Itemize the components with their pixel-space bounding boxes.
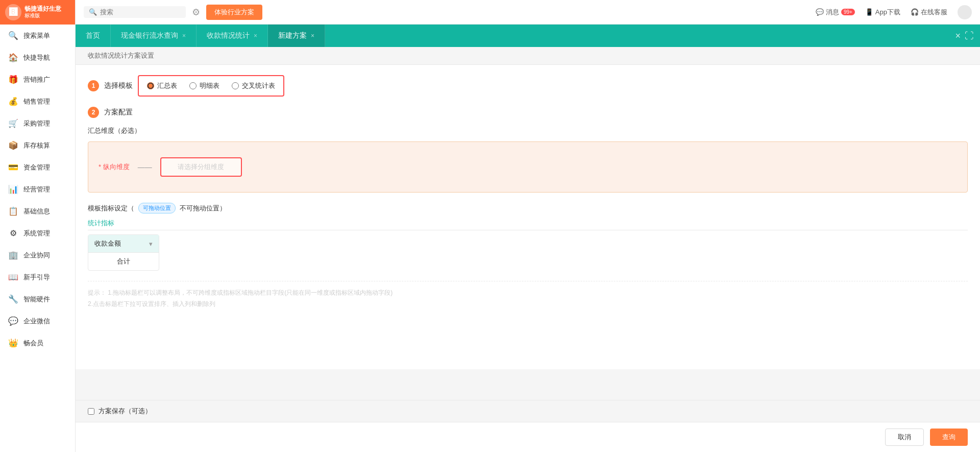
page-body: 1 选择模板 汇总表 明细表 交叉统计表 [76, 65, 980, 369]
sidebar-logo: 🅱 畅捷通好生意 标准版 [0, 0, 75, 25]
save-checkbox[interactable] [88, 408, 94, 415]
online-support-btn[interactable]: 🎧 在线客服 [911, 8, 947, 17]
maximize-icon[interactable]: ⛶ [965, 31, 974, 41]
sidebar-item-system[interactable]: ⚙ 系统管理 [0, 222, 75, 244]
logo-icon: 🅱 [5, 4, 21, 20]
search-input[interactable] [100, 8, 172, 16]
notifications-badge: 99+ [841, 9, 855, 15]
sidebar-item-sales[interactable]: 💰 销售管理 [0, 90, 75, 112]
tabs-bar: 首页 现金银行流水查询 × 收款情况统计 × 新建方案 × × ⛶ [76, 25, 980, 47]
tab-home[interactable]: 首页 [76, 25, 111, 47]
tab-bank-flow-label: 现金银行流水查询 [121, 31, 178, 40]
sidebar-item-label: 快捷导航 [23, 53, 50, 62]
sidebar-item-label: 畅会员 [23, 339, 43, 348]
save-checkbox-label[interactable]: 方案保存（可选） [99, 407, 152, 416]
draggable-badge: 可拖动位置 [138, 203, 176, 213]
logo-text-block: 畅捷通好生意 标准版 [24, 5, 61, 19]
sidebar-item-search-menu[interactable]: 🔍 搜索菜单 [0, 25, 75, 46]
money-icon: 💰 [8, 97, 18, 106]
tab-home-label: 首页 [86, 31, 100, 40]
app-download-btn[interactable]: 📱 App下载 [865, 8, 900, 17]
sidebar-item-label: 基础信息 [23, 207, 50, 216]
radio-cross[interactable] [232, 82, 239, 89]
doc-icon: 📋 [8, 206, 18, 216]
metrics-dropdown-icon[interactable]: ▾ [149, 240, 153, 248]
sidebar-nav: 🔍 搜索菜单 🏠 快捷导航 🎁 营销推广 💰 销售管理 🛒 采购管理 📦 库存核… [0, 25, 75, 452]
template-option-cross[interactable]: 交叉统计表 [232, 81, 275, 90]
cancel-button[interactable]: 取消 [885, 429, 924, 446]
sidebar-item-enterprise-wechat[interactable]: 💬 企业微信 [0, 310, 75, 332]
tab-bank-flow[interactable]: 现金银行流水查询 × [111, 25, 197, 47]
tips-section: 提示： 1.拖动标题栏可以调整布局，不可跨维度或指标区域拖动栏目字段(只能在同一… [88, 281, 968, 316]
tab-new-plan-label: 新建方案 [278, 31, 307, 40]
metrics-table-header: 收款金额 ▾ [88, 235, 159, 253]
tips-line1: 提示： 1.拖动标题栏可以调整布局，不可跨维度或指标区域拖动栏目字段(只能在同一… [88, 288, 968, 299]
sidebar-item-member[interactable]: 👑 畅会员 [0, 332, 75, 354]
template-options: 汇总表 明细表 交叉统计表 [138, 75, 284, 97]
sidebar-item-finance[interactable]: 💳 资金管理 [0, 156, 75, 178]
template-option-detail[interactable]: 明细表 [189, 81, 219, 90]
template-option-summary[interactable]: 汇总表 [147, 81, 177, 90]
cart-icon: 🛒 [8, 118, 18, 128]
radio-summary[interactable] [147, 82, 154, 89]
step2-number: 2 [88, 107, 99, 118]
bottom-actions: 取消 查询 [76, 422, 980, 452]
dimension-arrow: —— [138, 163, 152, 171]
sidebar-item-label: 系统管理 [23, 229, 50, 238]
gift-icon: 🎁 [8, 75, 18, 84]
tab-collection-stats-close[interactable]: × [254, 32, 257, 39]
chat-icon: 💬 [8, 316, 18, 326]
gear-icon: ⚙ [8, 228, 18, 238]
tab-new-plan-close[interactable]: × [311, 32, 314, 39]
sidebar-item-inventory[interactable]: 📦 库存核算 [0, 134, 75, 156]
app-download-label: App下载 [875, 8, 900, 17]
sidebar-item-label: 销售管理 [23, 97, 50, 106]
sidebar-item-label: 经营管理 [23, 185, 50, 194]
logo-sub: 标准版 [24, 12, 61, 19]
top-header: 🔍 ⚙ 体验行业方案 💬 消息 99+ 📱 App下载 🎧 在线客服 [76, 0, 980, 25]
home-icon: 🏠 [8, 53, 18, 62]
non-draggable-badge: 不可拖动位置） [180, 204, 226, 213]
page-footer: 方案保存（可选） [76, 400, 980, 422]
sidebar-item-enterprise-collab[interactable]: 🏢 企业协同 [0, 244, 75, 266]
sidebar-item-basic-info[interactable]: 📋 基础信息 [0, 200, 75, 222]
chart-icon: 📊 [8, 184, 18, 194]
sidebar-item-beginner[interactable]: 📖 新手引导 [0, 266, 75, 288]
building-icon: 🏢 [8, 250, 18, 260]
card-icon: 💳 [8, 162, 18, 172]
book-icon: 📖 [8, 272, 18, 282]
tab-collection-stats[interactable]: 收款情况统计 × [197, 25, 268, 47]
crown-icon: 👑 [8, 338, 18, 348]
vertical-dimension-label: * 纵向维度 [99, 162, 130, 172]
breadcrumb-text: 收款情况统计方案设置 [88, 52, 154, 59]
radio-detail[interactable] [189, 82, 197, 89]
sidebar: 🅱 畅捷通好生意 标准版 🔍 搜索菜单 🏠 快捷导航 🎁 营销推广 💰 销售管理… [0, 0, 76, 452]
download-icon: 📱 [865, 8, 873, 16]
step2-title: 方案配置 [104, 108, 133, 117]
sidebar-item-quick-nav[interactable]: 🏠 快捷导航 [0, 46, 75, 68]
dimension-area: * 纵向维度 —— 请选择分组维度 [88, 141, 968, 193]
tab-new-plan[interactable]: 新建方案 × [268, 25, 325, 47]
sidebar-item-label: 库存核算 [23, 141, 50, 150]
sidebar-item-marketing[interactable]: 🎁 营销推广 [0, 68, 75, 90]
industry-btn[interactable]: 体验行业方案 [206, 5, 262, 20]
dimension-placeholder[interactable]: 请选择分组维度 [160, 157, 242, 177]
minimize-icon[interactable]: × [955, 31, 961, 41]
tabs-actions: × ⛶ [955, 31, 980, 41]
metrics-table: 收款金额 ▾ 合计 [88, 234, 159, 271]
sidebar-item-label: 营销推广 [23, 75, 50, 84]
notifications-btn[interactable]: 💬 消息 99+ [816, 8, 855, 17]
settings-icon[interactable]: ⚙ [192, 7, 200, 18]
query-button[interactable]: 查询 [930, 429, 968, 446]
sidebar-item-operations[interactable]: 📊 经营管理 [0, 178, 75, 200]
step1-title: 选择模板 [104, 81, 133, 90]
sidebar-item-label: 新手引导 [23, 273, 50, 282]
step1-header: 1 选择模板 汇总表 明细表 交叉统计表 [88, 75, 968, 97]
sidebar-item-label: 采购管理 [23, 119, 50, 128]
user-avatar[interactable] [958, 5, 972, 19]
sidebar-item-smart-hw[interactable]: 🔧 智能硬件 [0, 288, 75, 310]
tab-bank-flow-close[interactable]: × [182, 32, 186, 39]
sidebar-item-purchase[interactable]: 🛒 采购管理 [0, 112, 75, 134]
search-box[interactable]: 🔍 [84, 6, 186, 18]
metrics-indicators-label: 统计指标 [88, 219, 968, 230]
